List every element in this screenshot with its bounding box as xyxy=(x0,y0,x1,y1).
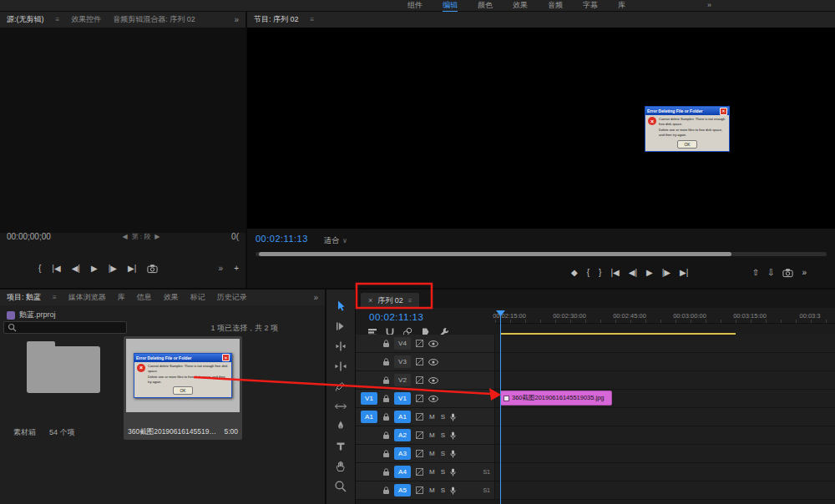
workspace-tab-libraries[interactable]: 库 xyxy=(618,0,625,11)
zoom-level-select[interactable]: 适合 ∨ xyxy=(324,235,347,246)
step-forward-button[interactable]: |▶ xyxy=(662,268,671,277)
step-forward-button[interactable]: |▶ xyxy=(109,264,117,273)
play-button[interactable]: ▶ xyxy=(91,264,98,273)
step-back-button[interactable]: ◀| xyxy=(72,264,80,273)
source-patch-slot[interactable] xyxy=(361,374,377,386)
mute-button[interactable]: M xyxy=(429,431,435,439)
track-lane-v1[interactable]: 360截图20190616145519035.jpg xyxy=(495,390,835,407)
zoom-scrollbar-handle[interactable] xyxy=(259,252,731,256)
pen-tool[interactable] xyxy=(334,420,347,433)
program-timecode[interactable]: 00:02:11:13 xyxy=(256,234,308,244)
project-search-box[interactable] xyxy=(3,321,127,334)
transport-overflow-icon[interactable]: » xyxy=(219,264,224,273)
source-patch-slot[interactable] xyxy=(361,484,377,496)
tab-source-monitor[interactable]: 源:(无剪辑) xyxy=(7,14,44,25)
track-lock-icon[interactable] xyxy=(382,450,390,458)
timeline-clip-still-image[interactable]: 360截图20190616145519035.jpg xyxy=(500,391,612,406)
track-lock-icon[interactable] xyxy=(382,358,390,366)
track-lane-a5[interactable] xyxy=(495,481,835,499)
panel-menu-icon[interactable]: ≡ xyxy=(408,297,412,305)
track-target-a1[interactable]: A1 xyxy=(394,411,411,423)
sync-lock-icon[interactable] xyxy=(416,413,423,421)
track-lane-a4[interactable] xyxy=(495,463,835,481)
source-patch-slot[interactable] xyxy=(361,355,377,368)
source-patch-slot[interactable] xyxy=(361,429,377,441)
track-target-v4[interactable]: V4 xyxy=(394,337,411,350)
track-target-v2[interactable]: V2 xyxy=(394,374,411,386)
source-patch-a1[interactable]: A1 xyxy=(361,411,377,423)
track-lock-icon[interactable] xyxy=(382,468,390,476)
sync-lock-icon[interactable] xyxy=(416,395,423,402)
playhead-line[interactable] xyxy=(500,310,501,504)
solo-button[interactable]: S xyxy=(441,486,445,494)
tab-libraries[interactable]: 库 xyxy=(118,292,125,303)
source-patch-slot[interactable] xyxy=(361,337,377,350)
panel-menu-icon[interactable]: ≡ xyxy=(311,16,315,23)
hand-tool[interactable] xyxy=(334,460,347,473)
project-item-clip[interactable]: Error Deleting File or Folder × × Cannot… xyxy=(124,336,242,440)
solo-button[interactable]: S xyxy=(441,450,445,457)
workspace-tab-editing[interactable]: 编辑 xyxy=(443,0,458,12)
play-button[interactable]: ▶ xyxy=(646,268,653,277)
project-file-row[interactable]: 鹅蓝.prproj xyxy=(7,310,56,320)
track-lock-icon[interactable] xyxy=(382,395,390,403)
mark-out-button[interactable]: } xyxy=(599,268,601,277)
razor-tool[interactable] xyxy=(334,380,347,393)
next-clip-icon[interactable]: ▶ xyxy=(154,233,159,240)
source-timecode[interactable]: 00:00;00;00 xyxy=(7,232,51,241)
mute-button[interactable]: M xyxy=(429,413,435,421)
step-back-button[interactable]: ◀| xyxy=(629,268,637,277)
voiceover-mic-icon[interactable] xyxy=(450,468,456,476)
project-item-bin[interactable]: 素材箱 54 个项 xyxy=(8,338,119,438)
workspace-tab-audio[interactable]: 音频 xyxy=(548,0,563,11)
type-tool[interactable] xyxy=(334,440,347,453)
track-output-eye-icon[interactable] xyxy=(428,396,438,402)
panel-menu-icon[interactable]: ≡ xyxy=(53,294,57,301)
transport-overflow-icon[interactable]: » xyxy=(802,268,807,277)
track-lane-a2[interactable] xyxy=(495,426,835,444)
workspace-tab-captions[interactable]: 字幕 xyxy=(583,0,598,11)
track-lock-icon[interactable] xyxy=(382,376,390,385)
track-lock-icon[interactable] xyxy=(382,431,390,440)
track-lock-icon[interactable] xyxy=(382,486,390,495)
tab-effect-controls[interactable]: 效果控件 xyxy=(71,14,101,25)
tab-overflow-icon[interactable]: » xyxy=(313,293,318,302)
tab-audio-clip-mixer[interactable]: 音频剪辑混合器: 序列 02 xyxy=(113,14,195,25)
track-output-eye-icon[interactable] xyxy=(428,359,438,365)
tab-info[interactable]: 信息 xyxy=(137,292,152,303)
track-target-a4[interactable]: A4 xyxy=(394,466,411,478)
close-icon[interactable]: × xyxy=(368,296,372,305)
sync-lock-icon[interactable] xyxy=(416,431,423,439)
sync-lock-icon[interactable] xyxy=(416,450,423,457)
mark-in-button[interactable]: { xyxy=(38,264,41,273)
track-select-forward-tool[interactable] xyxy=(334,320,347,333)
sync-lock-icon[interactable] xyxy=(416,358,423,365)
lift-button[interactable]: ⇧ xyxy=(752,268,759,277)
search-input[interactable] xyxy=(20,323,123,333)
timeline-tab-sequence-02[interactable]: × 序列 02 ≡ xyxy=(361,293,419,308)
track-output-eye-icon[interactable] xyxy=(428,377,438,384)
source-patch-slot[interactable] xyxy=(361,466,377,478)
track-target-a3[interactable]: A3 xyxy=(394,447,411,460)
solo-button[interactable]: S xyxy=(441,468,445,476)
track-lane-a3[interactable] xyxy=(495,445,835,462)
slip-tool[interactable] xyxy=(334,400,347,413)
track-lane-v2[interactable] xyxy=(495,371,835,389)
go-to-in-button[interactable]: |◀ xyxy=(52,264,60,273)
add-marker-button[interactable]: ◆ xyxy=(571,268,578,277)
sync-lock-icon[interactable] xyxy=(416,486,423,494)
panel-menu-icon[interactable]: ≡ xyxy=(56,16,60,23)
timeline-timecode[interactable]: 00:02:11:13 xyxy=(369,312,423,322)
timeline-ruler[interactable]: 00:02:15:00 00:02:30:00 00:02:45:00 00:0… xyxy=(495,310,835,324)
go-to-out-button[interactable]: ▶| xyxy=(680,268,688,277)
sync-lock-icon[interactable] xyxy=(416,468,423,476)
go-to-in-button[interactable]: |◀ xyxy=(610,268,619,277)
mute-button[interactable]: M xyxy=(429,468,435,476)
mute-button[interactable]: M xyxy=(429,450,435,457)
extract-button[interactable]: ⇩ xyxy=(767,268,774,277)
export-frame-icon[interactable] xyxy=(147,263,158,274)
tab-project[interactable]: 项目: 鹅蓝 xyxy=(7,292,41,303)
go-to-out-button[interactable]: ▶| xyxy=(128,264,136,273)
source-patch-v1[interactable]: V1 xyxy=(361,392,377,405)
tab-program-monitor[interactable]: 节目: 序列 02 xyxy=(254,14,299,25)
